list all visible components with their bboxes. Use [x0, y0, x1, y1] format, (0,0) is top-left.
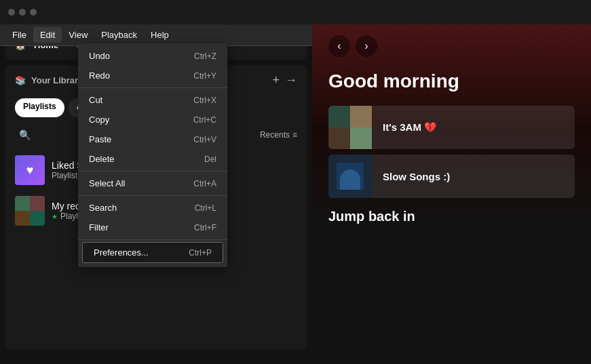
st-cell-2: [350, 106, 372, 127]
forward-button[interactable]: ›: [356, 35, 377, 57]
recents-text: Recents: [260, 130, 290, 140]
copy-label: Copy: [89, 115, 109, 125]
menu-edit[interactable]: Edit: [33, 27, 62, 43]
submenu-delete[interactable]: Delete Del: [78, 149, 227, 169]
submenu-copy[interactable]: Copy Ctrl+C: [78, 110, 227, 129]
thumb-cell-2: [30, 196, 45, 211]
library-icon: 📚: [15, 75, 26, 85]
submenu-search[interactable]: Search Ctrl+L: [78, 198, 227, 218]
library-actions: + →: [272, 73, 297, 87]
preferences-shortcut: Ctrl+P: [189, 248, 212, 258]
star-icon: ★: [52, 213, 58, 220]
thumb-cell-1: [15, 196, 30, 211]
pill-playlists[interactable]: Playlists: [15, 98, 64, 117]
delete-label: Delete: [89, 154, 115, 164]
paste-label: Paste: [89, 134, 111, 144]
song-card-slow[interactable]: Slow Songs :): [328, 155, 575, 198]
back-button[interactable]: ‹: [328, 35, 350, 57]
menu-help-label: Help: [151, 30, 169, 40]
greeting-text: Good morning: [328, 70, 575, 92]
thumb-cell-4: [30, 211, 45, 226]
submenu-undo[interactable]: Undo Ctrl+Z: [78, 46, 227, 66]
submenu-redo[interactable]: Redo Ctrl+Y: [78, 66, 227, 85]
library-label: Your Library: [31, 75, 83, 85]
st-cell-3: [328, 127, 350, 149]
menu-file[interactable]: File: [5, 27, 33, 43]
redo-label: Redo: [89, 70, 110, 81]
song-3am-thumb: [328, 106, 372, 149]
thumb-cell-3: [15, 211, 30, 226]
recents-label[interactable]: Recents ≡: [260, 130, 297, 140]
st-cell-4: [350, 127, 372, 149]
redo-shortcut: Ctrl+Y: [193, 71, 216, 81]
cut-shortcut: Ctrl+X: [193, 96, 216, 105]
dot-2: [19, 9, 26, 16]
divider-4: [78, 239, 227, 240]
preferences-label: Preferences...: [94, 247, 149, 258]
undo-shortcut: Ctrl+Z: [194, 52, 216, 61]
filter-label: Filter: [89, 222, 109, 232]
menu-file-label: File: [12, 30, 26, 40]
search-shortcut: Ctrl+L: [195, 203, 216, 213]
recents-icon: ≡: [292, 130, 297, 140]
liked-songs-thumb: ♥: [15, 155, 45, 185]
dot-3: [30, 9, 37, 16]
edit-submenu: Undo Ctrl+Z Redo Ctrl+Y Cut Ctrl+X Copy …: [78, 43, 227, 267]
submenu-preferences[interactable]: Preferences... Ctrl+P: [82, 242, 223, 263]
select-all-label: Select All: [89, 178, 125, 188]
divider-1: [78, 87, 227, 88]
heart-icon: ♥: [26, 163, 34, 178]
menu-edit-label: Edit: [40, 30, 55, 40]
song-card-3am[interactable]: It's 3AM 💔: [328, 106, 575, 149]
menu-playback[interactable]: Playback: [94, 27, 144, 43]
submenu-filter[interactable]: Filter Ctrl+F: [78, 218, 227, 237]
filter-shortcut: Ctrl+F: [194, 223, 216, 232]
cut-label: Cut: [89, 95, 102, 105]
divider-3: [78, 195, 227, 196]
menu-playback-label: Playback: [101, 30, 137, 40]
arrow-library-button[interactable]: →: [285, 73, 297, 87]
undo-label: Undo: [89, 51, 110, 61]
title-bar: [0, 0, 591, 24]
right-panel: ‹ › Good morning It's 3AM 💔 Slow Songs :…: [312, 24, 591, 364]
liked-songs-type: Playlist: [52, 171, 77, 180]
submenu-cut[interactable]: Cut Ctrl+X: [78, 90, 227, 110]
search-label: Search: [89, 203, 117, 213]
jump-back-in-title: Jump back in: [328, 209, 575, 224]
copy-shortcut: Ctrl+C: [193, 115, 216, 125]
dot-1: [8, 9, 15, 16]
library-title: 📚 Your Library: [15, 75, 83, 85]
divider-2: [78, 171, 227, 171]
nav-buttons: ‹ ›: [328, 35, 575, 57]
song-3am-title: It's 3AM 💔: [372, 121, 448, 134]
add-library-button[interactable]: +: [272, 73, 280, 87]
menu-view-label: View: [69, 30, 88, 40]
submenu-paste[interactable]: Paste Ctrl+V: [78, 129, 227, 149]
submenu-select-all[interactable]: Select All Ctrl+A: [78, 174, 227, 193]
st-cell-1: [328, 106, 350, 127]
select-all-shortcut: Ctrl+A: [193, 179, 216, 188]
delete-shortcut: Del: [204, 155, 216, 164]
song-slow-thumb: [328, 155, 372, 198]
song-slow-title: Slow Songs :): [372, 171, 461, 182]
library-search-icon[interactable]: 🔍: [15, 125, 34, 144]
window-controls: [8, 9, 37, 16]
rec-playlist-thumb: [15, 196, 45, 226]
menu-help[interactable]: Help: [144, 27, 176, 43]
menu-view[interactable]: View: [62, 27, 94, 43]
paste-shortcut: Ctrl+V: [193, 135, 216, 144]
